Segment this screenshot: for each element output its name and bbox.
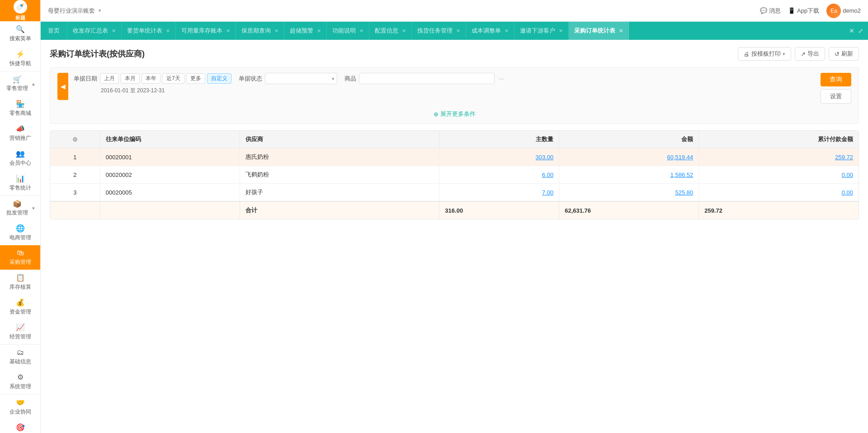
cell-amount[interactable]: 525.80 [559,184,699,202]
messages-btn[interactable]: 💬 消息 [760,7,781,15]
col-header-gear[interactable]: ⚙ [50,131,100,148]
tab-close-icon[interactable]: ✕ [226,28,230,34]
sidebar-item-retailshop[interactable]: 🏪 零售商城 [0,96,40,121]
query-button[interactable]: 查询 [821,73,851,86]
sidebar-item-system[interactable]: ⚙ 系统管理 [0,369,40,394]
tab-close-icon[interactable]: ✕ [619,28,623,34]
goods-input[interactable] [359,73,495,84]
cell-paid[interactable]: 0.00 [699,184,859,202]
goods-more-icon[interactable]: ··· [499,75,504,82]
sidebar-item-inventory[interactable]: 📋 库存核算 [0,270,40,295]
newguide-icon: 🎯 [16,423,25,432]
tab-close-icon[interactable]: ✕ [456,28,460,34]
col-qty-label: 主数量 [536,136,553,143]
expand-conditions-btn[interactable]: ⊕ 展开更多条件 [434,110,476,118]
refresh-button[interactable]: ↺ 刷新 [829,47,859,61]
sidebar-item-purchase[interactable]: 🛍 采购管理 [0,245,40,270]
tab-close-icon[interactable]: ✕ [166,28,170,34]
sidebar-item-marketing[interactable]: 📣 营销推广 [0,121,40,146]
tab-receive-summary[interactable]: 收发存汇总表 ✕ [67,22,122,40]
print-button[interactable]: 🖨 按模板打印 ▾ [738,47,791,61]
page-content: 采购订单统计表(按供应商) 🖨 按模板打印 ▾ ↗ 导出 ↺ 刷新 [41,40,868,433]
gear-settings-icon[interactable]: ⚙ [72,136,78,143]
user-profile[interactable]: Ea demo2 [826,4,861,18]
app-download-btn[interactable]: 📱 App下载 [788,7,819,15]
cell-code-value: 00020005 [106,189,132,196]
tab-config[interactable]: 配置信息 ✕ [369,22,412,40]
tab-pick-task[interactable]: 拣货任务管理 ✕ [412,22,466,40]
date-range-text: 2016-01-01 至 2023-12-31 [101,87,165,94]
workspace-selector[interactable]: 母婴行业演示账套 ▾ [48,7,101,15]
cell-paid[interactable]: 259.72 [699,148,859,166]
sidebar-item-quicknav[interactable]: ⚡ 快捷导航 [0,46,40,71]
cell-code-value: 00020001 [106,154,132,161]
tab-purchase-order-stat[interactable]: 采购订单统计表 ✕ [569,22,629,40]
tab-invite[interactable]: 邀请下游客户 ✕ [514,22,569,40]
tab-close-icon[interactable]: ✕ [317,28,321,34]
tab-order-stat[interactable]: 要货单统计表 ✕ [122,22,176,40]
shortcut-this-month[interactable]: 本月 [121,73,140,84]
cell-amount-value: 60,519.44 [667,154,693,161]
tab-close-icon[interactable]: ✕ [505,28,509,34]
tab-expand-btn[interactable]: ⤢ [858,27,863,34]
sidebar-item-label: 企业协同 [9,408,31,416]
tab-cost-adjust[interactable]: 成本调整单 ✕ [466,22,514,40]
sidebar-item-member[interactable]: 👥 会员中心 [0,146,40,171]
col-amount-label: 金额 [681,136,693,143]
shortcut-this-year[interactable]: 本年 [142,73,160,84]
tab-function-desc[interactable]: 功能说明 ✕ [327,22,369,40]
cell-qty[interactable]: 303.00 [439,148,559,166]
filter-collapse-btn[interactable]: ◀ [57,73,68,100]
tab-home[interactable]: 首页 [41,22,67,40]
cell-amount[interactable]: 1,586.52 [559,166,699,184]
tab-close-icon[interactable]: ✕ [359,28,363,34]
purchase-order-table: ⚙ 往来单位编码 供应商 主数量 [50,131,859,219]
shortcut-last-month[interactable]: 上月 [100,73,119,84]
table-row[interactable]: 2 00020002 飞鹤奶粉 6.00 [50,166,859,184]
sidebar-item-search[interactable]: 🔍 搜索英单 [0,21,40,46]
tab-close-icon[interactable]: ✕ [402,28,406,34]
table-footer: 合计 316.00 62,631.76 259.72 [50,201,859,219]
row-index: 3 [73,189,76,196]
table-row[interactable]: 1 00020001 惠氏奶粉 303.00 [50,148,859,166]
tab-close-icon[interactable]: ✕ [112,28,116,34]
settings-button[interactable]: 设置 [821,89,851,104]
sidebar-item-operation[interactable]: 📈 经营管理 [0,319,40,344]
tab-expiry[interactable]: 保质期查询 ✕ [236,22,284,40]
col-header-paid: 累计付款金额 [699,131,859,148]
sidebar-item-basic[interactable]: 🗂 基础信息 [0,345,40,369]
table-row[interactable]: 3 00020005 好孩子 7.00 [50,184,859,202]
shortcut-7days[interactable]: 近7天 [162,73,184,84]
main-container: 母婴行业演示账套 ▾ 💬 消息 📱 App下载 Ea demo2 首页 [41,0,868,433]
cell-qty[interactable]: 7.00 [439,184,559,202]
workspace-label: 母婴行业演示账套 [48,7,95,15]
app-download-label: App下载 [797,7,819,15]
custom-date-tag: 自定义 [207,73,231,84]
cell-amount[interactable]: 60,519.44 [559,148,699,166]
tab-overstock[interactable]: 超储预警 ✕ [284,22,327,40]
status-select[interactable] [265,73,337,84]
cell-code: 00020001 [100,148,240,166]
cell-paid[interactable]: 0.00 [699,166,859,184]
tab-label: 功能说明 [332,27,356,35]
export-button[interactable]: ↗ 导出 [795,47,825,61]
sidebar-item-newguide[interactable]: 🎯 新手引导 [0,419,40,433]
sidebar-item-retail[interactable]: 🛒 零售管理 ▲ [0,71,40,96]
sidebar-item-enterprise[interactable]: 🤝 企业协同 [0,395,40,419]
shortcut-more[interactable]: 更多 [186,73,205,84]
finance-icon: 💰 [16,298,25,307]
message-icon: 💬 [760,7,767,14]
sidebar-item-wholesale[interactable]: 📦 批发管理 ▼ [0,196,40,220]
sidebar-item-finance[interactable]: 💰 资金管理 [0,295,40,319]
sidebar-item-ecommerce[interactable]: 🌐 电商管理 [0,220,40,245]
sidebar-item-retailstat[interactable]: 📊 零售统计 [0,171,40,195]
sidebar-item-label: 采购管理 [9,258,31,266]
cell-index: 2 [50,166,100,184]
tab-close-icon[interactable]: ✕ [274,28,278,34]
print-dropdown-icon: ▾ [783,51,785,57]
tab-available-stock[interactable]: 可用量库存账本 ✕ [176,22,236,40]
avatar-text: Ea [830,8,837,14]
tab-close-icon[interactable]: ✕ [559,28,563,34]
tab-close-all-btn[interactable]: ✕ [849,27,854,34]
cell-qty[interactable]: 6.00 [439,166,559,184]
